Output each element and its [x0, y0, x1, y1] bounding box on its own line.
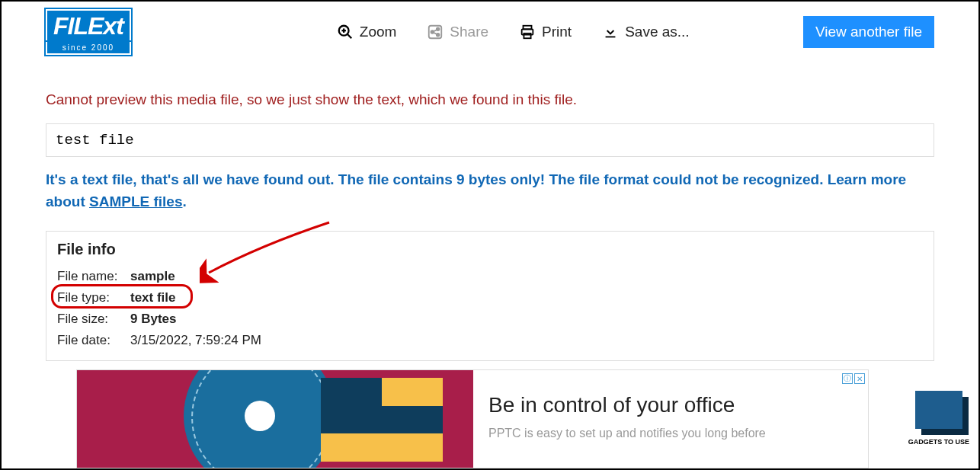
ad-image: [77, 370, 473, 468]
file-type-value: text file: [130, 290, 176, 305]
gadgets-to-use-logo: GADGETS TO USE: [908, 391, 969, 446]
svg-rect-13: [606, 37, 616, 38]
ad-content: ⓘ✕ Be in control of your office PPTC is …: [473, 370, 868, 468]
info-message: It's a text file, that's all we have fou…: [46, 169, 934, 213]
svg-point-7: [437, 34, 440, 37]
share-icon: [427, 24, 444, 40]
print-button[interactable]: Print: [519, 24, 572, 40]
logo-sub: since 2000: [46, 42, 131, 55]
file-date-value: 3/15/2022, 7:59:24 PM: [130, 333, 261, 348]
share-button: Share: [427, 24, 488, 40]
ad-title: Be in control of your office: [488, 393, 853, 417]
logo-main: FILExt: [46, 9, 131, 43]
saveas-label: Save as...: [625, 24, 690, 40]
toolbar: Zoom Share Print Save as...: [337, 24, 690, 40]
ad-badge[interactable]: ⓘ✕: [842, 373, 865, 384]
sample-files-link[interactable]: SAMPLE files: [89, 193, 182, 209]
svg-line-8: [434, 30, 437, 31]
ad-subtitle: PPTC is easy to set up and notifies you …: [488, 427, 853, 440]
file-size-label: File size:: [57, 312, 130, 327]
download-icon: [602, 24, 619, 40]
file-info-row-date: File date: 3/15/2022, 7:59:24 PM: [57, 330, 923, 351]
file-size-value: 9 Bytes: [130, 312, 176, 327]
info-text-end: .: [182, 193, 186, 209]
svg-point-6: [437, 28, 440, 31]
view-another-file-button[interactable]: View another file: [803, 16, 934, 48]
header: FILExt since 2000 Zoom Share Print Save: [2, 2, 978, 62]
file-info-row-size: File size: 9 Bytes: [57, 309, 923, 330]
svg-line-9: [434, 33, 437, 34]
file-type-label: File type:: [57, 290, 130, 305]
file-content-box: test file: [46, 123, 934, 157]
svg-line-1: [347, 34, 352, 39]
ad-info-icon: ⓘ: [842, 373, 853, 384]
file-name-value: sample: [130, 269, 175, 284]
print-icon: [519, 24, 536, 40]
share-label: Share: [450, 24, 488, 40]
ad-close-icon[interactable]: ✕: [854, 373, 865, 384]
saveas-button[interactable]: Save as...: [602, 24, 690, 40]
file-info-row-name: File name: sample: [57, 266, 923, 287]
file-info-box: File info File name: sample File type: t…: [46, 231, 934, 361]
file-name-label: File name:: [57, 269, 130, 284]
ad-banner[interactable]: ⓘ✕ Be in control of your office PPTC is …: [76, 369, 869, 468]
file-date-label: File date:: [57, 333, 130, 348]
content-area: Cannot preview this media file, so we ju…: [2, 62, 978, 369]
gtu-text: GADGETS TO USE: [908, 438, 969, 446]
zoom-icon: [337, 24, 354, 40]
logo[interactable]: FILExt since 2000: [46, 9, 131, 55]
zoom-label: Zoom: [360, 24, 397, 40]
zoom-button[interactable]: Zoom: [337, 24, 397, 40]
print-label: Print: [542, 24, 572, 40]
file-info-row-type: File type: text file: [57, 287, 923, 309]
svg-point-5: [431, 30, 434, 34]
preview-message: Cannot preview this media file, so we ju…: [46, 91, 934, 108]
file-info-title: File info: [57, 241, 923, 258]
